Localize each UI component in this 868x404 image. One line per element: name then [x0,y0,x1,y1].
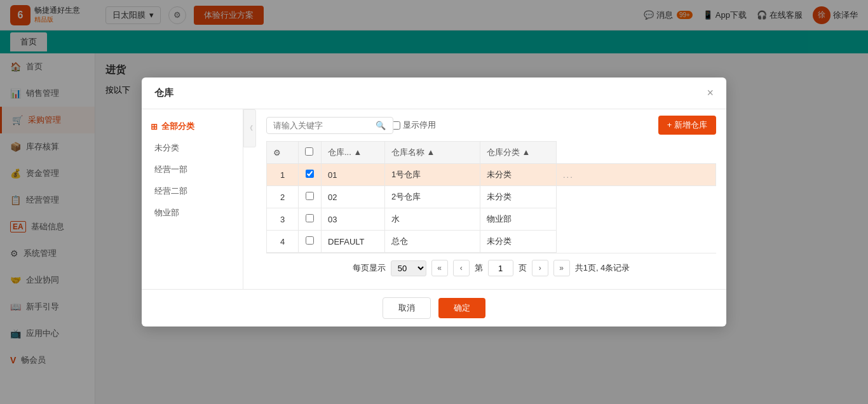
cell-check[interactable] [299,186,322,208]
cell-check[interactable] [299,164,322,186]
grid-icon: ⊞ [151,122,158,131]
row-actions[interactable]: ... [557,164,716,186]
category-item-3[interactable]: 物业部 [142,202,243,224]
cell-check[interactable] [299,231,322,253]
cell-name: 水 [385,208,480,231]
row-checkbox[interactable] [306,192,314,200]
table-row[interactable]: 2 02 2号仓库 未分类 [267,186,716,208]
collapse-panel-button[interactable]: 《 [243,109,256,147]
cell-code: 01 [322,164,385,186]
cell-index: 3 [267,208,299,231]
row-checkbox[interactable] [306,236,314,245]
row-checkbox[interactable] [306,214,314,222]
dialog-title: 仓库 [154,87,173,99]
cell-check[interactable] [299,208,322,231]
category-item-0[interactable]: 未分类 [142,137,243,159]
cell-type: 未分类 [480,231,557,253]
table-toolbar: 🔍 显示停用 + 新增仓库 [266,116,716,135]
table-row[interactable]: 4 DEFAULT 总仓 未分类 [267,231,716,253]
dialog-footer: 取消 确定 [142,289,726,327]
category-all[interactable]: ⊞ 全部分类 [142,116,243,137]
category-all-label: 全部分类 [161,121,194,132]
per-page-select[interactable]: 50 10 20 100 [391,260,426,276]
th-check [299,142,322,164]
warehouse-dialog: 仓库 × ⊞ 全部分类 未分类 经营一部 经营二部 [142,77,726,327]
th-type[interactable]: 仓库分类 ▲ [480,142,557,164]
category-panel: ⊞ 全部分类 未分类 经营一部 经营二部 物业部 [142,109,243,289]
per-page-label: 每页显示 [353,262,386,274]
cell-name: 总仓 [385,231,480,253]
show-disabled-label[interactable]: 显示停用 [392,119,436,131]
add-warehouse-button[interactable]: + 新增仓库 [658,116,716,135]
prev-page-button[interactable]: ‹ [453,260,470,276]
cell-name: 1号仓库 [385,164,480,186]
cell-type: 未分类 [480,164,557,186]
table-row[interactable]: 3 03 水 物业部 [267,208,716,231]
dialog-body: ⊞ 全部分类 未分类 经营一部 经营二部 物业部 《 [142,109,726,289]
first-page-button[interactable]: « [431,260,448,276]
cancel-button[interactable]: 取消 [383,297,431,319]
table-row[interactable]: 1 01 1号仓库 未分类 ... [267,164,716,186]
th-name[interactable]: 仓库名称 ▲ [385,142,480,164]
cell-index: 1 [267,164,299,186]
select-all-checkbox[interactable] [305,147,313,156]
category-item-1[interactable]: 经营一部 [142,159,243,180]
cell-code: DEFAULT [322,231,385,253]
cell-type: 物业部 [480,208,557,231]
total-records-label: 共1页, 4条记录 [575,262,630,274]
page-label-before: 第 [475,262,483,274]
table-panel: 🔍 显示停用 + 新增仓库 ⚙ [256,109,726,289]
cell-index: 4 [267,231,299,253]
category-item-2[interactable]: 经营二部 [142,180,243,202]
search-icon[interactable]: 🔍 [376,121,386,130]
cell-type: 未分类 [480,186,557,208]
cell-index: 2 [267,186,299,208]
cell-name: 2号仓库 [385,186,480,208]
dialog-close-button[interactable]: × [707,86,714,100]
th-settings: ⚙ [267,142,299,164]
ok-button[interactable]: 确定 [438,298,485,318]
dialog-header: 仓库 × [142,77,726,109]
cell-code: 02 [322,186,385,208]
table-container: ⚙ 仓库... ▲ 仓库名称 ▲ 仓库分类 ▲ [266,141,716,253]
chevron-left-icon: 《 [247,124,253,133]
next-page-button[interactable]: › [532,260,548,276]
page-number-input[interactable] [488,260,513,276]
warehouse-table: ⚙ 仓库... ▲ 仓库名称 ▲ 仓库分类 ▲ [266,141,716,253]
pagination-bar: 每页显示 50 10 20 100 « ‹ 第 页 [266,253,716,283]
last-page-button[interactable]: » [553,260,570,276]
th-code[interactable]: 仓库... ▲ [322,142,385,164]
search-input[interactable] [266,117,393,134]
row-checkbox[interactable] [306,170,314,178]
cell-code: 03 [322,208,385,231]
dialog-overlay: 仓库 × ⊞ 全部分类 未分类 经营一部 经营二部 [0,0,868,404]
page-label-after: 页 [519,262,527,274]
